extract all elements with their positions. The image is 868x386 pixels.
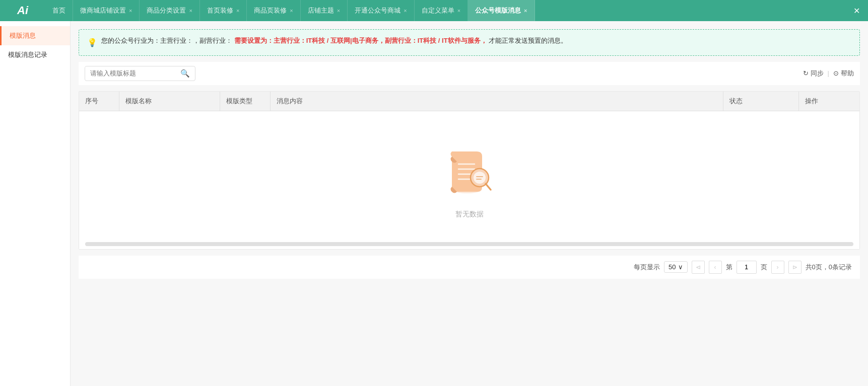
fake-scrollbar[interactable] [85,242,853,246]
nav-tab-shop-settings[interactable]: 微商城店铺设置× [73,0,140,21]
nav-tab-template-message[interactable]: 公众号模版消息× [468,0,535,21]
close-all-tabs-button[interactable]: ✕ [845,6,868,16]
notice-text: 您的公众号行业为：主营行业：，副营行业： 需要设置为：主营行业：IT科技 / 互… [101,36,567,46]
page-di-label: 第 [726,263,732,272]
table-wrap: 序号 模版名称 模版类型 消息内容 状态 操作 [79,91,860,250]
main-layout: 模版消息模版消息记录 💡 您的公众号行业为：主营行业：，副营行业： 需要设置为：… [0,21,868,386]
nav-tab-close-template-message[interactable]: × [524,8,527,14]
nav-tab-category-settings[interactable]: 商品分类设置× [140,0,199,21]
svg-point-6 [474,172,486,184]
page-size-select[interactable]: 50 ∨ [664,261,687,273]
pagination-bar: 每页显示 50 ∨ ⊲ ‹ 第 页 › ⊳ 共0页，0条记录 [79,256,860,279]
chevron-down-icon: ∨ [678,263,683,271]
notice-highlight: 需要设置为：主营行业：IT科技 / 互联网|电子商务，副营行业：IT科技 / I… [234,37,487,44]
sidebar-item-template-message[interactable]: 模版消息 [0,26,70,45]
svg-line-7 [486,184,491,190]
notice-suffix: 才能正常发送预置的消息。 [489,37,567,44]
th-status: 状态 [723,92,799,111]
nav-tab-shop-theme[interactable]: 店铺主题× [301,0,348,21]
page-prev-button[interactable]: ‹ [709,261,722,274]
divider: | [828,69,829,77]
nav-tabs: 首页微商城店铺设置×商品分类设置×首页装修×商品页装修×店铺主题×开通公众号商城… [45,0,845,21]
page-number-input[interactable] [737,261,757,274]
page-total-info: 共0页，0条记录 [806,263,852,272]
nav-tab-close-category-settings[interactable]: × [189,8,192,14]
nav-tab-home[interactable]: 首页 [45,0,73,21]
sync-icon: ↻ [803,69,809,77]
page-next-button[interactable]: › [771,261,784,274]
empty-text: 暂无数据 [455,210,484,219]
notice-box: 💡 您的公众号行业为：主营行业：，副营行业： 需要设置为：主营行业：IT科技 /… [79,29,860,56]
nav-tab-custom-menu[interactable]: 自定义菜单× [415,0,468,21]
help-label: 帮助 [841,69,854,78]
nav-tab-close-custom-menu[interactable]: × [457,8,460,14]
nav-tab-product-decoration[interactable]: 商品页装修× [247,0,300,21]
sidebar-item-template-message-record[interactable]: 模版消息记录 [0,45,70,64]
page-size-value: 50 [669,263,676,271]
nav-tab-close-shop-settings[interactable]: × [129,8,132,14]
nav-tab-close-shop-theme[interactable]: × [337,8,340,14]
th-content: 消息内容 [271,92,723,111]
toolbar-right: ↻ 同步 | ⊙ 帮助 [803,69,854,78]
search-button[interactable]: 🔍 [175,66,195,81]
notice-prefix: 您的公众号行业为：主营行业：，副营行业： [101,37,232,44]
help-icon: ⊙ [833,69,839,77]
page-label: 页 [761,263,767,272]
sidebar: 模版消息模版消息记录 [0,21,71,386]
sync-button[interactable]: ↻ 同步 [803,69,824,78]
th-type: 模版类型 [220,92,271,111]
th-name: 模版名称 [119,92,220,111]
empty-state: 暂无数据 [79,111,859,239]
bulb-icon: 💡 [87,36,97,49]
sync-label: 同步 [811,69,824,78]
content-area: 💡 您的公众号行业为：主营行业：，副营行业： 需要设置为：主营行业：IT科技 /… [71,21,868,386]
page-size-label: 每页显示 [634,263,660,272]
nav-tab-home-decoration[interactable]: 首页装修× [200,0,247,21]
logo: Ai [0,0,45,21]
th-action: 操作 [799,92,859,111]
page-first-button[interactable]: ⊲ [692,261,705,274]
help-button[interactable]: ⊙ 帮助 [833,69,854,78]
nav-tab-close-open-wechat-shop[interactable]: × [404,8,407,14]
empty-illustration [439,141,500,202]
scrollbar-row [79,239,859,249]
page-last-button[interactable]: ⊳ [788,261,802,274]
toolbar: 🔍 ↻ 同步 | ⊙ 帮助 [79,62,860,85]
nav-tab-close-product-decoration[interactable]: × [290,8,293,14]
search-input[interactable] [85,67,175,80]
nav-tab-close-home-decoration[interactable]: × [236,8,239,14]
top-nav: Ai 首页微商城店铺设置×商品分类设置×首页装修×商品页装修×店铺主题×开通公众… [0,0,868,21]
th-seq: 序号 [79,92,119,111]
nav-tab-open-wechat-shop[interactable]: 开通公众号商城× [348,0,414,21]
search-group: 🔍 [85,66,195,81]
table-header: 序号 模版名称 模版类型 消息内容 状态 操作 [79,92,859,111]
